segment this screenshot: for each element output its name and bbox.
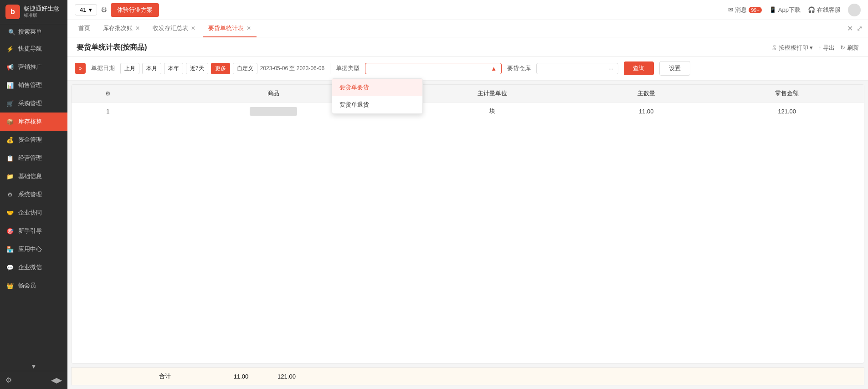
- search-icon: 🔍: [8, 29, 15, 36]
- sidebar-item-wechat[interactable]: 💬企业微信: [0, 258, 67, 276]
- type-dropdown-menu: 要货单要货要货单退货: [332, 78, 423, 114]
- app-download-label: App下载: [778, 6, 801, 14]
- store-selector[interactable]: 41 ▾: [75, 4, 97, 15]
- data-table: ⚙商品主计量单位主数量零售金额 1 product 块 11.00 121.00: [72, 85, 864, 120]
- sidebar-nav: ⚡快捷导航📢营销推广📊销售管理🛒采购管理📦库存核算💰资金管理📋经营管理📁基础信息…: [0, 40, 67, 362]
- sidebar-item-system[interactable]: ⚙系统管理: [0, 185, 67, 204]
- sales-icon: 📊: [5, 81, 15, 90]
- warehouse-value: [541, 65, 543, 72]
- refresh-label: 刷新: [847, 44, 859, 51]
- tab-close-库存批次账[interactable]: ✕: [135, 25, 140, 31]
- app-name: 畅捷通好生意: [24, 5, 59, 13]
- trial-button[interactable]: 体验行业方案: [111, 3, 159, 17]
- refresh-icon: ↻: [840, 44, 845, 51]
- sidebar-item-finance[interactable]: 💰资金管理: [0, 131, 67, 149]
- warehouse-input[interactable]: ···: [536, 63, 618, 74]
- filter-divider: [330, 63, 330, 74]
- data-table-wrapper: ⚙商品主计量单位主数量零售金额 1 product 块 11.00 121.00: [71, 84, 864, 363]
- topbar: 41 ▾ ⚙ 体验行业方案 ✉ 消息 99+ 📱 App下载 🎧 在线客服: [67, 0, 868, 20]
- online-service-button[interactable]: 🎧 在线客服: [808, 6, 841, 14]
- sidebar-item-sales[interactable]: 📊销售管理: [0, 76, 67, 94]
- cell-index: 1: [72, 102, 144, 120]
- col-unit: 主计量单位: [402, 85, 582, 102]
- expand-filter-button[interactable]: »: [75, 63, 86, 74]
- tabbar: 首页库存批次账✕收发存汇总表✕要货单统计表✕✕⤢: [67, 20, 868, 37]
- refresh-action[interactable]: ↻ 刷新: [840, 44, 859, 52]
- topbar-right: ✉ 消息 99+ 📱 App下载 🎧 在线客服: [728, 4, 861, 16]
- footer-quantity: 11.00: [214, 373, 268, 380]
- page-title: 要货单统计表(按商品): [77, 43, 147, 52]
- tab-close-all[interactable]: ✕: [847, 24, 853, 33]
- marketing-icon: 📢: [5, 62, 15, 72]
- purchase-icon: 🛒: [5, 99, 15, 108]
- app-download-button[interactable]: 📱 App下载: [769, 6, 801, 14]
- date-btn-更多[interactable]: 更多: [211, 63, 230, 74]
- sidebar-item-inventory[interactable]: 📦库存核算: [0, 113, 67, 131]
- operations-icon: 📋: [5, 154, 15, 163]
- type-filter-label: 单据类型: [336, 64, 360, 72]
- sidebar-item-purchase[interactable]: 🛒采购管理: [0, 94, 67, 113]
- finance-icon: 💰: [5, 135, 15, 144]
- page-content: 要货单统计表(按商品) 🖨 按模板打印 ▾ ↑ 导出 ↻ 刷新 »: [67, 37, 868, 389]
- dropdown-item-要货单退货[interactable]: 要货单退货: [332, 96, 422, 113]
- store-dropdown-icon: ▾: [89, 6, 92, 13]
- topbar-settings-icon[interactable]: ⚙: [101, 5, 107, 14]
- date-range-display: 2023-05-06 至 2023-06-06: [260, 65, 324, 72]
- type-select-value: [370, 65, 372, 72]
- query-button[interactable]: 查询: [624, 61, 654, 75]
- tab-首页[interactable]: 首页: [73, 20, 96, 37]
- footer-label: 合计: [159, 372, 214, 380]
- table-footer: 合计 11.00 121.00: [71, 367, 864, 385]
- cell-unit: 块: [402, 102, 582, 120]
- warehouse-dots-icon[interactable]: ···: [608, 65, 613, 72]
- avatar[interactable]: [848, 4, 861, 16]
- col-quantity: 主数量: [582, 85, 710, 102]
- tab-expand[interactable]: ⤢: [857, 24, 863, 33]
- sidebar-scroll-down[interactable]: ▼: [0, 362, 67, 371]
- tab-收发存汇总表[interactable]: 收发存汇总表✕: [147, 20, 201, 37]
- export-action[interactable]: ↑ 导出: [818, 44, 835, 52]
- dropdown-item-要货单要货[interactable]: 要货单要货: [332, 79, 422, 96]
- set-button[interactable]: 设置: [659, 61, 690, 76]
- system-icon: ⚙: [5, 190, 15, 199]
- date-btn-近7天[interactable]: 近7天: [186, 63, 208, 74]
- message-label: 消息: [735, 6, 747, 14]
- sidebar-item-member[interactable]: 👑畅会员: [0, 276, 67, 295]
- col-amount: 零售金额: [710, 85, 864, 102]
- sidebar-item-basic[interactable]: 📁基础信息: [0, 167, 67, 185]
- app-edition: 标准版: [24, 12, 59, 19]
- collapse-icon[interactable]: ◀▶: [51, 376, 62, 384]
- type-select[interactable]: ▲: [365, 63, 502, 74]
- tab-库存批次账[interactable]: 库存批次账✕: [98, 20, 145, 37]
- date-btn-自定义[interactable]: 自定义: [233, 63, 257, 74]
- tab-close-要货单统计表[interactable]: ✕: [247, 25, 251, 31]
- sidebar-item-marketing[interactable]: 📢营销推广: [0, 58, 67, 76]
- date-btn-本年[interactable]: 本年: [164, 63, 183, 74]
- footer-amount: 121.00: [268, 373, 305, 380]
- message-button[interactable]: ✉ 消息 99+: [728, 6, 762, 14]
- sidebar-item-quick-nav[interactable]: ⚡快捷导航: [0, 40, 67, 58]
- date-btn-本月[interactable]: 本月: [142, 63, 161, 74]
- settings-icon[interactable]: ⚙: [5, 376, 12, 384]
- print-label: 按模板打印: [779, 44, 808, 51]
- print-action[interactable]: 🖨 按模板打印 ▾: [771, 44, 813, 52]
- tab-要货单统计表[interactable]: 要货单统计表✕: [203, 20, 257, 37]
- search-menu[interactable]: 🔍 搜索菜单: [0, 24, 67, 40]
- service-icon: 🎧: [808, 6, 815, 13]
- logo-icon: b: [5, 5, 20, 19]
- store-number: 41: [80, 6, 86, 13]
- sidebar-item-enterprise[interactable]: 🤝企业协同: [0, 204, 67, 222]
- date-range-group: 上月本月本年近7天更多自定义2023-05-06 至 2023-06-06: [120, 63, 324, 74]
- sidebar-item-appstore[interactable]: 🏪应用中心: [0, 240, 67, 258]
- topbar-left: 41 ▾ ⚙ 体验行业方案: [75, 3, 159, 17]
- col-settings[interactable]: ⚙: [72, 85, 144, 102]
- tab-close-收发存汇总表[interactable]: ✕: [191, 25, 195, 31]
- export-icon: ↑: [818, 44, 822, 51]
- member-icon: 👑: [5, 281, 15, 290]
- date-btn-上月[interactable]: 上月: [120, 63, 139, 74]
- sidebar-item-operations[interactable]: 📋经营管理: [0, 149, 67, 167]
- date-filter-label: 单据日期: [91, 64, 115, 72]
- sidebar-item-guide[interactable]: 🎯新手引导: [0, 222, 67, 240]
- quick-nav-icon: ⚡: [5, 44, 15, 53]
- cell-quantity: 11.00: [582, 102, 710, 120]
